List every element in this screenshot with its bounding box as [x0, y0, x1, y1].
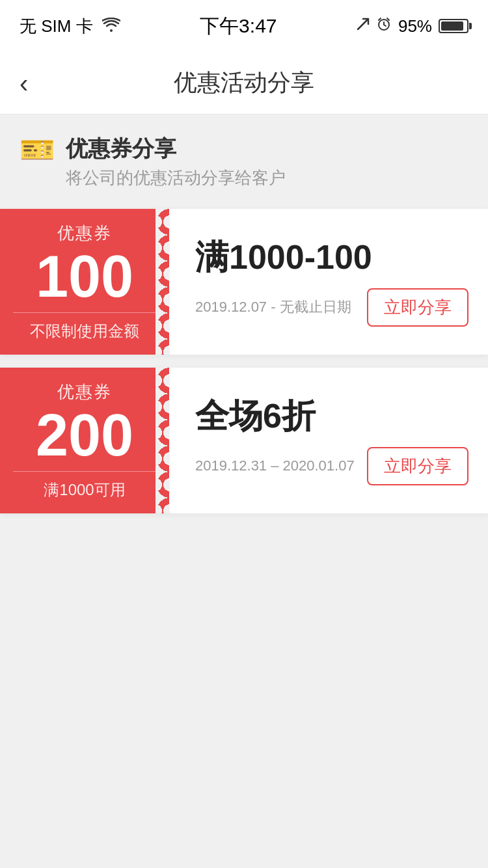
- coupon-amount-1: 100: [36, 247, 133, 306]
- section-title: 优惠券分享: [66, 134, 286, 163]
- share-button-2[interactable]: 立即分享: [367, 447, 468, 485]
- coupon-name-1: 满1000-100: [195, 237, 468, 277]
- section-info: 优惠券分享 将公司的优惠活动分享给客户: [66, 134, 286, 189]
- coupon-left-2: 优惠券 200 满1000可用: [0, 368, 169, 513]
- coupon-left-1: 优惠券 100 不限制使用金额: [0, 209, 169, 355]
- status-time: 下午3:47: [200, 13, 277, 40]
- carrier-text: 无 SIM 卡: [20, 15, 93, 38]
- coupon-divider-1: [13, 312, 156, 313]
- coupon-name-2: 全场6折: [195, 396, 468, 436]
- coupon-bottom-1: 2019.12.07 - 无截止日期 立即分享: [195, 288, 468, 327]
- nav-bar: ‹ 优惠活动分享: [0, 52, 488, 115]
- coupon-date-1: 2019.12.07 - 无截止日期: [195, 297, 351, 317]
- coupon-date-2: 2019.12.31 – 2020.01.07: [195, 457, 355, 474]
- coupon-list: 优惠券 100 不限制使用金额 满1000-100 2019.12.07 - 无…: [0, 202, 488, 513]
- page-title: 优惠活动分享: [174, 67, 314, 99]
- empty-area: [0, 526, 488, 868]
- share-button-1[interactable]: 立即分享: [367, 288, 468, 327]
- back-button[interactable]: ‹: [20, 70, 28, 96]
- coupon-bottom-2: 2019.12.31 – 2020.01.07 立即分享: [195, 447, 468, 485]
- battery-percent: 95%: [398, 16, 432, 36]
- coupon-card-2: 优惠券 200 满1000可用 全场6折 2019.12.31 – 2020.0…: [0, 368, 488, 513]
- status-right: 95%: [357, 16, 468, 36]
- battery-icon: [439, 19, 468, 33]
- status-bar: 无 SIM 卡 下午3:47 95%: [0, 0, 488, 52]
- status-left: 无 SIM 卡: [20, 15, 120, 38]
- coupon-condition-2: 满1000可用: [44, 480, 125, 500]
- coupon-type-label-2: 优惠券: [57, 381, 112, 403]
- coupon-right-2: 全场6折 2019.12.31 – 2020.01.07 立即分享: [169, 368, 488, 513]
- wifi-icon: [102, 16, 120, 36]
- section-icon: 🎫: [20, 135, 55, 164]
- coupon-right-1: 满1000-100 2019.12.07 - 无截止日期 立即分享: [169, 209, 488, 355]
- alarm-icon: [376, 16, 392, 36]
- coupon-type-label-1: 优惠券: [57, 222, 112, 245]
- section-subtitle: 将公司的优惠活动分享给客户: [66, 167, 286, 189]
- section-header: 🎫 优惠券分享 将公司的优惠活动分享给客户: [0, 115, 488, 202]
- location-icon: [357, 16, 370, 36]
- coupon-amount-2: 200: [36, 406, 133, 465]
- coupon-condition-1: 不限制使用金额: [30, 321, 139, 342]
- coupon-card-1: 优惠券 100 不限制使用金额 满1000-100 2019.12.07 - 无…: [0, 209, 488, 355]
- coupon-divider-2: [13, 471, 156, 472]
